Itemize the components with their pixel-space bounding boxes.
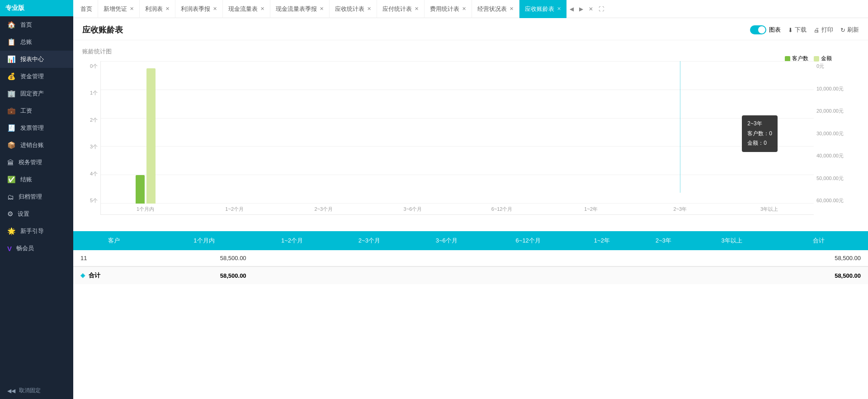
tab-ar-stat[interactable]: 应收统计表 ✕	[330, 0, 377, 18]
sidebar-item-invoice[interactable]: 🧾 发票管理	[0, 119, 73, 137]
y-left-4: 4个	[82, 171, 98, 177]
tfoot-y23	[632, 266, 694, 284]
bar-group-5	[547, 61, 636, 204]
chart-area: 账龄统计图 客户数 金额 5个 4个	[73, 40, 868, 231]
tab-cashflow-quarter[interactable]: 现金流量表季报 ✕	[270, 0, 330, 18]
print-button[interactable]: 🖨 打印	[814, 26, 833, 34]
page-header: 应收账龄表 图表 ⬇ 下载 🖨 打印 ↻ 刷新	[73, 18, 868, 40]
x-label-6: 2~3年	[636, 204, 725, 214]
assets-icon: 🏢	[7, 90, 16, 98]
tab-ar-aging[interactable]: 应收账龄表 ✕	[519, 0, 567, 18]
sidebar-item-reports[interactable]: 📊 报表中心	[0, 51, 73, 68]
toggle-label: 图表	[769, 26, 781, 34]
sidebar-item-member[interactable]: V 畅会员	[0, 240, 73, 257]
legend-customer-dot	[785, 56, 790, 62]
sidebar-item-funds[interactable]: 💰 资金管理	[0, 68, 73, 85]
tab-profit-quarter-close[interactable]: ✕	[213, 6, 217, 12]
collapse-label: 取消固定	[19, 387, 41, 394]
download-button[interactable]: ⬇ 下载	[788, 26, 807, 34]
tab-close-all-button[interactable]: ✕	[586, 0, 596, 18]
x-label-0: 1个月内	[101, 204, 190, 214]
sidebar-item-settlement[interactable]: ✅ 结账	[0, 171, 73, 188]
tab-ar-aging-close[interactable]: ✕	[557, 6, 561, 12]
sidebar-collapse-button[interactable]: ◀◀ 取消固定	[0, 382, 73, 399]
sidebar-item-salary[interactable]: 💼 工资	[0, 102, 73, 119]
tax-icon: 🏛	[7, 159, 14, 166]
bar-group-1	[190, 61, 279, 204]
tab-cashflow-close[interactable]: ✕	[260, 6, 264, 12]
refresh-label: 刷新	[847, 26, 859, 34]
tab-ar-stat-label: 应收统计表	[335, 5, 364, 13]
th-m36: 3~6个月	[408, 231, 485, 250]
tab-ar-stat-close[interactable]: ✕	[367, 6, 371, 12]
tooltip-customer-label: 客户数	[747, 130, 764, 137]
td-total: 58,500.00	[769, 250, 868, 266]
legend-amount-dot	[814, 56, 819, 62]
tab-expense[interactable]: 费用统计表 ✕	[425, 0, 472, 18]
data-table: 客户 1个月内 1~2个月 2~3个月 3~6个月 6~12个月 1~2年 2~…	[73, 231, 868, 284]
tfoot-m1: 58,500.00	[155, 266, 253, 284]
th-total: 合计	[769, 231, 868, 250]
sidebar-item-tax[interactable]: 🏛 税务管理	[0, 154, 73, 171]
tab-next-button[interactable]: ▶	[576, 0, 586, 18]
toggle-track[interactable]	[750, 25, 766, 34]
tooltip-customer-row: 客户数：0	[747, 129, 772, 139]
td-m12	[254, 250, 331, 266]
sidebar-item-home[interactable]: 🏠 首页	[0, 16, 73, 33]
th-y12: 1~2年	[571, 231, 632, 250]
sidebar-item-inventory[interactable]: 📦 进销台账	[0, 137, 73, 154]
refresh-button[interactable]: ↻ 刷新	[840, 26, 859, 34]
chart-title: 账龄统计图	[82, 48, 859, 56]
tab-voucher-close[interactable]: ✕	[130, 6, 134, 12]
sidebar-item-archive[interactable]: 🗂 归档管理	[0, 188, 73, 205]
tfoot-m612	[485, 266, 571, 284]
tab-ap-stat[interactable]: 应付统计表 ✕	[377, 0, 425, 18]
print-icon: 🖨	[814, 27, 820, 33]
sidebar-item-guide[interactable]: 🌟 新手引导	[0, 223, 73, 240]
toggle-thumb	[758, 26, 765, 33]
tab-expense-close[interactable]: ✕	[462, 6, 466, 12]
tab-profit[interactable]: 利润表 ✕	[140, 0, 175, 18]
sidebar-item-assets[interactable]: 🏢 固定资产	[0, 85, 73, 102]
tab-expand-button[interactable]: ⛶	[596, 0, 607, 18]
tab-ap-stat-close[interactable]: ✕	[415, 6, 419, 12]
sidebar-item-settings[interactable]: ⚙ 设置	[0, 205, 73, 223]
table-row: 11 58,500.00 58,500.00	[73, 250, 868, 266]
bars-container	[101, 61, 814, 204]
tab-voucher[interactable]: 新增凭证 ✕	[98, 0, 140, 18]
y-right-4: 20,000.00元	[816, 108, 859, 114]
tab-profit-quarter[interactable]: 利润表季报 ✕	[175, 0, 223, 18]
tab-profit-close[interactable]: ✕	[165, 6, 170, 12]
sidebar-item-inventory-label: 进销台账	[20, 141, 44, 149]
chart-body: 1个月内 1~2个月 2~3个月 3~6个月 6~12个月 1~2年 2~3年 …	[100, 61, 814, 215]
tab-business[interactable]: 经营状况表 ✕	[472, 0, 519, 18]
tooltip-amount-value: 0	[764, 140, 767, 146]
sidebar-item-ledger[interactable]: 📋 总账	[0, 33, 73, 51]
chart-toggle[interactable]: 图表	[750, 25, 781, 34]
tfoot-label-text: 合计	[89, 272, 100, 279]
sidebar-item-tax-label: 税务管理	[19, 158, 42, 166]
tab-business-close[interactable]: ✕	[509, 6, 514, 12]
tab-cashflow-quarter-close[interactable]: ✕	[320, 6, 324, 12]
y-axis-right: 60,000.00元 50,000.00元 40,000.00元 30,000.…	[814, 61, 859, 215]
tab-prev-button[interactable]: ◀	[567, 0, 576, 18]
tfoot-y3plus	[694, 266, 769, 284]
th-m12: 1~2个月	[254, 231, 331, 250]
inventory-icon: 📦	[7, 141, 16, 149]
funds-icon: 💰	[7, 72, 16, 81]
archive-icon: 🗂	[7, 193, 14, 201]
y-right-1: 50,000.00元	[816, 175, 859, 182]
table-header-row: 客户 1个月内 1~2个月 2~3个月 3~6个月 6~12个月 1~2年 2~…	[73, 231, 868, 250]
y-right-0: 60,000.00元	[816, 197, 859, 204]
tab-home[interactable]: 首页	[75, 0, 98, 18]
ledger-icon: 📋	[7, 38, 16, 46]
tooltip-period: 2~3年	[747, 119, 772, 129]
sidebar-item-ledger-label: 总账	[20, 38, 32, 46]
table-footer-row: ◈ 合计 58,500.00 58,500.00	[73, 266, 868, 284]
y-left-2: 2个	[82, 117, 98, 124]
th-y3plus: 3年以上	[694, 231, 769, 250]
y-left-3: 3个	[82, 143, 98, 150]
print-label: 打印	[821, 26, 833, 34]
tab-cashflow[interactable]: 现金流量表 ✕	[223, 0, 270, 18]
tab-profit-label: 利润表	[145, 5, 163, 13]
